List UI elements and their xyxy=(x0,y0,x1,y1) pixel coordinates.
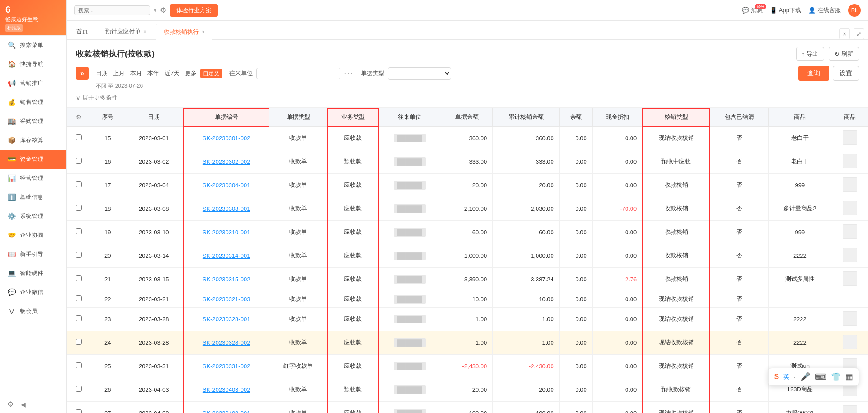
tab-payable[interactable]: 预计应应付单 × xyxy=(98,23,154,39)
sidebar-item-inventory[interactable]: 📦 库存核算 xyxy=(0,131,66,150)
filter-date-this-year[interactable]: 本年 xyxy=(146,68,161,78)
filter-date-this-month[interactable]: 本月 xyxy=(128,68,144,78)
cell-no: 24 xyxy=(91,331,124,354)
row-checkbox[interactable] xyxy=(76,409,82,413)
cell-bill-no[interactable]: SK-20230328-001 xyxy=(184,307,269,331)
sidebar-collapse-icon[interactable]: ◀ xyxy=(21,401,26,408)
sidebar-item-basic[interactable]: ℹ️ 基础信息 xyxy=(0,188,66,207)
filter-date-custom[interactable]: 自定义 xyxy=(200,69,222,78)
topbar-chevron-icon[interactable]: ▾ xyxy=(154,7,156,14)
cell-product-img xyxy=(831,291,868,307)
cell-bill-no[interactable]: SK-20230310-001 xyxy=(184,220,269,244)
sidebar-item-wechat[interactable]: 💬 企业微信 xyxy=(0,283,66,302)
sidebar-item-member[interactable]: V 畅会员 xyxy=(0,302,66,321)
cell-checkbox[interactable] xyxy=(67,173,91,197)
floating-keyboard-btn[interactable]: ⌨ xyxy=(815,372,826,382)
row-checkbox[interactable] xyxy=(76,205,82,211)
cell-checkbox[interactable] xyxy=(67,150,91,173)
cell-checkbox[interactable] xyxy=(67,401,91,413)
filter-date-7days[interactable]: 近7天 xyxy=(163,68,181,78)
row-checkbox[interactable] xyxy=(76,275,82,281)
sidebar-item-corp[interactable]: 🤝 企业协同 xyxy=(0,226,66,245)
cell-no: 21 xyxy=(91,267,124,291)
sidebar-item-finance[interactable]: 💳 资金管理 xyxy=(0,150,66,169)
sidebar-item-search[interactable]: 🔍 搜索菜单 xyxy=(0,36,66,55)
cell-bill-no[interactable]: SK-20230328-002 xyxy=(184,331,269,354)
filter-partner-input[interactable] xyxy=(256,68,340,79)
query-btn[interactable]: 查询 xyxy=(798,66,829,81)
sidebar-item-quicknav[interactable]: 🏠 快捷导航 xyxy=(0,55,66,74)
row-checkbox[interactable] xyxy=(76,295,82,301)
floating-mic-btn[interactable]: 🎤 xyxy=(800,372,810,382)
cell-checkbox[interactable] xyxy=(67,291,91,307)
row-checkbox[interactable] xyxy=(76,228,82,234)
cell-checkbox[interactable] xyxy=(67,331,91,354)
tab-close-btn[interactable]: × xyxy=(839,28,850,39)
sidebar-item-sales[interactable]: 💰 销售管理 xyxy=(0,93,66,112)
tab-payable-close[interactable]: × xyxy=(143,28,146,35)
cell-checkbox[interactable] xyxy=(67,354,91,378)
tab-home[interactable]: 首页 xyxy=(69,23,96,39)
sidebar-item-operation[interactable]: 📊 经营管理 xyxy=(0,169,66,188)
topbar-avatar[interactable]: Rit xyxy=(848,4,861,17)
sidebar-item-system[interactable]: ⚙️ 系统管理 xyxy=(0,207,66,226)
col-gear-header[interactable]: ⚙ xyxy=(67,108,91,126)
row-checkbox[interactable] xyxy=(76,181,82,187)
cell-bill-no[interactable]: SK-20230331-002 xyxy=(184,354,269,378)
floating-grid-btn[interactable]: ▦ xyxy=(845,372,853,382)
cell-bill-no[interactable]: SK-20230314-001 xyxy=(184,244,269,267)
cell-partner: ██████ xyxy=(378,354,441,378)
row-checkbox[interactable] xyxy=(76,386,82,392)
topbar-search-input[interactable] xyxy=(74,5,150,15)
cell-checkbox[interactable] xyxy=(67,378,91,401)
topbar-app-download[interactable]: 📱 App下载 xyxy=(770,6,801,14)
filter-date-more[interactable]: 更多 xyxy=(183,68,198,78)
row-checkbox[interactable] xyxy=(76,158,82,164)
cell-bill-no[interactable]: SK-20230302-002 xyxy=(184,150,269,173)
cell-checkbox[interactable] xyxy=(67,126,91,150)
cell-date: 2023-03-14 xyxy=(124,244,184,267)
row-checkbox[interactable] xyxy=(76,362,82,368)
filter-date-last-month[interactable]: 上月 xyxy=(111,68,127,78)
topbar-solution-btn[interactable]: 体验行业方案 xyxy=(170,4,218,17)
row-checkbox[interactable] xyxy=(76,315,82,321)
row-checkbox[interactable] xyxy=(76,134,82,140)
floating-en-btn[interactable]: 英 xyxy=(783,373,789,381)
sidebar-label-basic: 基础信息 xyxy=(20,193,43,201)
filter-expand-btn[interactable]: » xyxy=(76,67,89,80)
sidebar-item-guide[interactable]: 📖 新手引导 xyxy=(0,245,66,264)
row-checkbox[interactable] xyxy=(76,252,82,258)
cell-acc-amount: -2,430.00 xyxy=(493,354,559,378)
expand-more-btn[interactable]: ∨ 展开更多条件 xyxy=(76,94,118,102)
tab-receipt-close[interactable]: × xyxy=(202,29,205,35)
cell-discount: 0.00 xyxy=(592,244,642,267)
cell-checkbox[interactable] xyxy=(67,244,91,267)
settings-btn[interactable]: 设置 xyxy=(833,66,859,81)
cell-bill-no[interactable]: SK-20230408-001 xyxy=(184,401,269,413)
cell-checkbox[interactable] xyxy=(67,307,91,331)
tab-maximize-btn[interactable]: ⤢ xyxy=(854,28,864,39)
cell-bill-no[interactable]: SK-20230308-001 xyxy=(184,197,269,220)
sidebar-item-purchase[interactable]: 🏬 采购管理 xyxy=(0,112,66,131)
sidebar-gear-icon[interactable]: ⚙ xyxy=(7,400,14,408)
cell-bill-no[interactable]: SK-20230315-002 xyxy=(184,267,269,291)
export-btn[interactable]: ↑ 导出 xyxy=(796,47,825,61)
sidebar-item-marketing[interactable]: 📢 营销推广 xyxy=(0,74,66,93)
sidebar-item-hardware[interactable]: 💻 智能硬件 xyxy=(0,264,66,283)
topbar-msg[interactable]: 💬 消息 99+ xyxy=(742,6,763,14)
cell-checkbox[interactable] xyxy=(67,267,91,291)
cell-checkbox[interactable] xyxy=(67,220,91,244)
cell-bill-no[interactable]: SK-20230301-002 xyxy=(184,126,269,150)
cell-balance: 0.00 xyxy=(559,307,592,331)
cell-bill-no[interactable]: SK-20230321-003 xyxy=(184,291,269,307)
cell-bill-no[interactable]: SK-20230403-002 xyxy=(184,378,269,401)
cell-bill-no[interactable]: SK-20230304-001 xyxy=(184,173,269,197)
floating-shirt-btn[interactable]: 👕 xyxy=(831,372,841,382)
row-checkbox[interactable] xyxy=(76,339,82,345)
tab-receipt-exec[interactable]: 收款核销执行 × xyxy=(156,24,212,40)
cell-checkbox[interactable] xyxy=(67,197,91,220)
topbar-service[interactable]: 👤 在线客服 xyxy=(808,6,841,14)
topbar-gear-icon[interactable]: ⚙ xyxy=(160,6,166,14)
refresh-btn[interactable]: ↻ 刷新 xyxy=(829,47,859,61)
filter-bill-type-select[interactable] xyxy=(388,67,451,80)
